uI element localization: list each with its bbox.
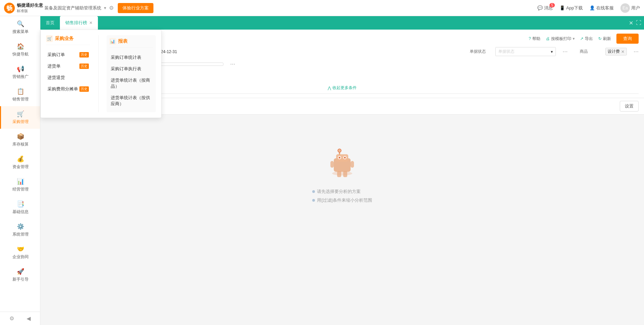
sidebar-item-quick-nav[interactable]: 🏠 快捷导航 <box>0 39 40 61</box>
marketing-icon: 📢 <box>17 65 24 73</box>
tab-sales-ranking-label: 销售排行榜 <box>65 20 87 26</box>
svg-rect-10 <box>343 171 347 177</box>
dropdown-inbound-stat-supplier[interactable]: 进货单统计表（按供应商） <box>109 92 153 110</box>
dropdown-purchase-order-label: 采购订单 <box>47 52 65 58</box>
system-settings-icon[interactable]: ⚙ <box>109 5 114 11</box>
user-avatar-text: Ea <box>622 5 628 10</box>
dropdown-return-label: 进货退货 <box>47 75 65 81</box>
coop-icon: 🤝 <box>17 245 24 253</box>
query-btn[interactable]: 查询 <box>616 34 639 44</box>
tab-home[interactable]: 首页 <box>40 16 60 30</box>
empty-hint-2: 用[过滤]条件来缩小分析范围 <box>312 196 372 205</box>
top-header: 畅 畅捷通好生意 标准版 装备及固定资产辅助管理系统 ▾ ⚙ 体验行业方案 💬 … <box>0 0 644 16</box>
goods-tag-text: 设计费 <box>608 49 620 54</box>
empty-hint-1: 请先选择要分析的方案 <box>312 187 372 196</box>
system-title-arrow[interactable]: ▾ <box>104 5 106 10</box>
dropdown-divider <box>98 35 99 112</box>
collapse-icon: ⋀ <box>328 86 331 90</box>
dropdown-expense-order[interactable]: 采购费用分摊单 历史 <box>46 83 90 95</box>
sidebar-label-operations: 经营管理 <box>12 187 29 192</box>
app-download-label: App下载 <box>566 5 583 11</box>
tab-sales-ranking[interactable]: 销售排行榜 ✕ <box>60 16 98 30</box>
dropdown-inbound-order[interactable]: 进货单 历史 <box>46 60 90 72</box>
settings-btn[interactable]: 设置 <box>620 101 639 112</box>
sales-icon: 📋 <box>17 88 24 95</box>
goods-tag-close[interactable]: ✕ <box>621 49 624 54</box>
print-dropdown-icon[interactable]: ▾ <box>573 36 575 41</box>
refresh-label: 刷新 <box>603 36 611 42</box>
sidebar-item-inventory[interactable]: 📦 库存核算 <box>0 129 40 151</box>
dropdown-purchase-order[interactable]: 采购订单 历史 <box>46 49 90 60</box>
logo-text: 畅捷通好生意 标准版 <box>17 2 43 13</box>
svg-rect-8 <box>351 161 354 168</box>
online-service-item[interactable]: 👤 在线客服 <box>589 5 614 11</box>
help-btn[interactable]: ? 帮助 <box>529 34 540 44</box>
sidebar-label-guide: 新手引导 <box>12 277 29 282</box>
sidebar-item-search[interactable]: 🔍 搜索菜单 <box>0 16 40 39</box>
dropdown-inbound-stat-goods[interactable]: 进货单统计表（按商品） <box>109 75 153 92</box>
system-title-text: 装备及固定资产辅助管理系统 <box>44 5 101 11</box>
empty-dot-1 <box>312 190 315 193</box>
footer-settings-btn[interactable]: ⚙ <box>9 315 14 322</box>
expense-history-badge: 历史 <box>79 86 89 92</box>
doc-status-select[interactable]: 单据状态 ▾ <box>495 47 556 56</box>
report-col-icon: 📊 <box>109 38 116 45</box>
goods-more[interactable]: ··· <box>634 48 639 55</box>
salesman-more[interactable]: ··· <box>230 60 235 68</box>
logo-icon: 畅 <box>4 3 15 13</box>
goods-label: 商品 <box>580 49 600 54</box>
report-col-title: 📊 报表 <box>109 38 153 48</box>
industry-btn[interactable]: 体验行业方案 <box>118 3 153 13</box>
tab-bar-expand-icon[interactable]: ⛶ <box>636 20 641 26</box>
sidebar-item-sales[interactable]: 📋 销售管理 <box>0 84 40 106</box>
salesman-select[interactable] <box>156 63 223 66</box>
sidebar-item-finance[interactable]: 💰 资金管理 <box>0 151 40 174</box>
footer-collapse-btn[interactable]: ◀ <box>27 315 31 322</box>
empty-text: 请先选择要分析的方案 用[过滤]条件来缩小分析范围 <box>312 187 372 205</box>
dropdown-inbound-stat-supplier-label: 进货单统计表（按供应商） <box>111 95 152 107</box>
purchase-col-title-text: 采购业务 <box>55 36 74 42</box>
print-btn[interactable]: 🖨 按模板打印 ▾ <box>546 34 575 44</box>
user-label: 用户 <box>631 5 640 11</box>
sidebar-item-basic[interactable]: 📑 基础信息 <box>0 196 40 219</box>
sidebar: 🔍 搜索菜单 🏠 快捷导航 📢 营销推广 📋 销售管理 🛒 采购管理 📦 库存核… <box>0 16 40 325</box>
print-label: 按模板打印 <box>551 36 571 42</box>
dropdown-expense-label: 采购费用分摊单 <box>47 86 78 92</box>
sidebar-item-marketing[interactable]: 📢 营销推广 <box>0 61 40 84</box>
tab-bar-close-icon[interactable]: ✕ <box>629 20 633 26</box>
home-icon: 🏠 <box>17 43 24 50</box>
export-btn[interactable]: ↗ 导出 <box>580 34 593 44</box>
online-service-label: 在线客服 <box>596 5 614 11</box>
user-item[interactable]: Ea 用户 <box>620 3 640 13</box>
guide-icon: 🚀 <box>17 268 24 275</box>
inbound-history-badge: 历史 <box>79 64 89 69</box>
empty-hint-2-text: 用[过滤]条件来缩小分析范围 <box>317 196 372 205</box>
doc-status-more[interactable]: ··· <box>563 48 568 55</box>
report-col: 📊 报表 采购订单统计表 采购订单执行表 进货单统计表（按商品） 进货单统计表（… <box>107 35 156 112</box>
tab-bar: 首页 销售排行榜 ✕ ✕ ⛶ <box>40 16 644 30</box>
sidebar-item-operations[interactable]: 📊 经营管理 <box>0 174 40 196</box>
doc-status-value: 单据状态 <box>498 49 514 54</box>
purchase-order-history-badge: 历史 <box>79 52 89 57</box>
app-download-item[interactable]: 📱 App下载 <box>560 5 583 11</box>
notification-item[interactable]: 💬 消息 5 <box>537 5 553 11</box>
refresh-btn[interactable]: ↻ 刷新 <box>598 34 611 44</box>
export-label: 导出 <box>585 36 593 42</box>
sidebar-item-system[interactable]: ⚙️ 系统管理 <box>0 219 40 241</box>
dropdown-return-order[interactable]: 进货退货 <box>46 72 90 83</box>
dropdown-purchase-stat[interactable]: 采购订单统计表 <box>109 52 153 63</box>
tab-home-label: 首页 <box>46 20 55 26</box>
tab-close-icon[interactable]: ✕ <box>89 21 93 25</box>
report-col-title-text: 报表 <box>118 38 128 44</box>
svg-rect-9 <box>337 171 341 177</box>
doc-status-label: 单据状态 <box>470 49 490 54</box>
sidebar-item-coop[interactable]: 🤝 企业协同 <box>0 241 40 264</box>
svg-point-5 <box>339 157 341 159</box>
svg-rect-7 <box>330 161 334 168</box>
empty-state: 请先选择要分析的方案 用[过滤]条件来缩小分析范围 <box>40 115 644 232</box>
sidebar-label-system: 系统管理 <box>12 232 29 237</box>
edition: 标准版 <box>17 8 43 13</box>
sidebar-item-purchase[interactable]: 🛒 采购管理 <box>0 106 40 129</box>
dropdown-purchase-exec[interactable]: 采购订单执行表 <box>109 63 153 75</box>
sidebar-item-guide[interactable]: 🚀 新手引导 <box>0 264 40 286</box>
